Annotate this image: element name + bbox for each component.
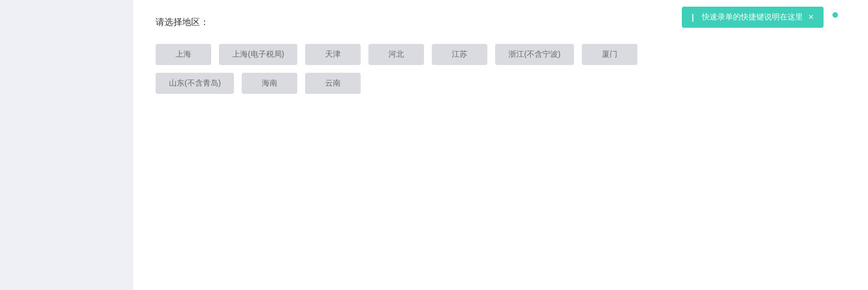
- tooltip-text: 快速录单的快捷键说明在这里: [702, 12, 803, 22]
- region-button[interactable]: 浙江(不含宁波): [495, 44, 573, 65]
- region-button[interactable]: 上海(电子税局): [219, 44, 297, 65]
- region-button[interactable]: 海南: [242, 73, 297, 94]
- region-button[interactable]: 河北: [368, 44, 424, 65]
- region-button[interactable]: 云南: [305, 73, 361, 94]
- main-content: 请选择地区： 上海上海(电子税局)天津河北江苏浙江(不含宁波)厦门山东(不含青岛…: [133, 0, 868, 290]
- tooltip-close-button[interactable]: ×: [809, 13, 814, 22]
- tooltip-dot: [832, 12, 838, 18]
- sidebar: [0, 0, 133, 290]
- region-button[interactable]: 上海: [156, 44, 211, 65]
- region-grid: 上海上海(电子税局)天津河北江苏浙江(不含宁波)厦门山东(不含青岛)海南云南: [156, 44, 656, 94]
- region-button[interactable]: 江苏: [432, 44, 487, 65]
- region-button[interactable]: 厦门: [582, 44, 637, 65]
- tooltip-banner: 快速录单的快捷键说明在这里 ×: [682, 7, 824, 28]
- region-button[interactable]: 天津: [305, 44, 361, 65]
- region-button[interactable]: 山东(不含青岛): [156, 73, 234, 94]
